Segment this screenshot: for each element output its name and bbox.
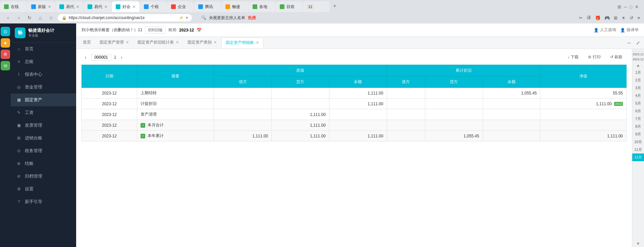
search-icon: 🔍 [201, 15, 206, 20]
browser-tab-online[interactable]: 在线 [0, 1, 27, 12]
sidebar-item-purchase-sales[interactable]: ⊞ 进销台账 [11, 132, 76, 144]
weibo-icon[interactable]: 微 [1, 50, 10, 59]
app-container: G ★ 微 ✉ 畅 畅捷通好会计 专业版 ⌂ 首页 ≡ 总账 ⌇ 报表中心 [0, 23, 644, 247]
tab-close-depreciation[interactable]: ✕ [176, 40, 179, 45]
close-browser-icon[interactable]: ✕ [635, 4, 639, 9]
browser-tab-qiye[interactable]: 企业 [167, 1, 194, 12]
tab-close-category[interactable]: ✕ [214, 40, 217, 45]
grid-icon[interactable]: ⊞ [614, 15, 618, 20]
download-button[interactable]: ↓ 下载 [565, 53, 581, 61]
tab-depreciation-stats[interactable]: 固定资产折旧统计表 ✕ [133, 38, 183, 48]
tab-close-icon[interactable]: ✕ [48, 5, 51, 9]
next-page-button[interactable]: › [119, 54, 124, 61]
tab-home[interactable]: 首页 [79, 38, 95, 48]
month-8[interactable]: 8月 [632, 123, 644, 130]
scroll-down-button[interactable]: ▼ [632, 240, 644, 247]
switch-version-button[interactable]: 切到旧版 [145, 26, 166, 34]
row2-accum-debit [387, 99, 425, 109]
month-7[interactable]: 7月 [632, 115, 644, 123]
browser-tab-yidai1[interactable]: 易代 ✕ [55, 1, 83, 12]
browser-tab-yidai2[interactable]: 易代 ✕ [84, 1, 111, 12]
sidebar-item-closing[interactable]: ⊛ 结账 [11, 157, 76, 170]
month-4[interactable]: 4月 [632, 92, 644, 100]
bookmark-button[interactable]: ☆ [47, 14, 55, 22]
expand-tab-icon[interactable]: ⤢ [635, 40, 641, 46]
month-2[interactable]: 2月 [632, 76, 644, 84]
browser-tab-gedi[interactable]: 各地 [249, 1, 275, 12]
month-11[interactable]: 11月 [632, 146, 644, 153]
sidebar-item-invoice[interactable]: ▣ 发票管理 [11, 119, 76, 132]
row2-orig-balance: 1,111.00 [329, 99, 387, 109]
tab-close-icon[interactable]: ✕ [132, 5, 136, 9]
month-6[interactable]: 6月 [632, 107, 644, 115]
sidebar-item-fixed-assets[interactable]: ▦ 固定资产 [11, 94, 76, 106]
wallet-icon[interactable]: 🎁 [595, 15, 600, 20]
prev-page-button[interactable]: ‹ [83, 54, 89, 61]
browser-tab-haohui[interactable]: 好会 ✕ [112, 1, 140, 12]
browser-tab-muqian[interactable]: 目前 [276, 1, 303, 12]
star-icon[interactable]: ★ [1, 38, 10, 48]
sidebar-item-guide[interactable]: ? 新手引导 [11, 195, 76, 208]
row2-accum-credit [425, 99, 483, 109]
page-number-input[interactable] [91, 54, 111, 61]
month-10[interactable]: 10月 [632, 138, 644, 146]
tab-asset-category[interactable]: 固定资产类别 ✕ [183, 38, 221, 48]
dropdown-icon[interactable]: ▾ [186, 15, 188, 20]
month-12[interactable]: 12月 [632, 153, 644, 161]
reload-button[interactable]: ↻ [25, 14, 34, 22]
tab-close-ledger[interactable]: ✕ [256, 41, 259, 45]
tab-menu-icon[interactable]: ⊞ [618, 4, 621, 9]
minimize-icon[interactable]: ─ [624, 4, 627, 9]
calendar-icon[interactable]: 📅 [197, 28, 202, 33]
tab-close-icon[interactable]: ✕ [76, 5, 79, 9]
browser-tab-changjie[interactable]: 畅捷 [221, 1, 248, 12]
back-button[interactable]: ‹ [4, 14, 12, 22]
new-tab-button[interactable]: + [330, 1, 339, 11]
browser-tab-tengxun[interactable]: 腾讯 [194, 1, 221, 12]
th-accumulated-dep: 累计折旧 [387, 65, 540, 76]
sidebar-item-reports-label: 报表中心 [25, 71, 42, 77]
browser-tab-count[interactable]: 11 [303, 1, 330, 12]
row2-summary-text: 计提折旧 [141, 101, 157, 106]
print-button[interactable]: ⊜ 打印 [585, 53, 603, 61]
translate-icon[interactable]: 译 [587, 15, 591, 21]
browser-tab-new[interactable]: 新版 ✕ [27, 1, 55, 12]
search-area: 🔍 央视更新主持人名单 热搜 [195, 15, 576, 21]
month-9[interactable]: 9月 [632, 130, 644, 138]
scroll-up-button[interactable]: ▲ [632, 62, 644, 69]
brightness-icon[interactable]: ☀ [622, 15, 626, 20]
ledger-icon: ≡ [16, 59, 21, 64]
menu-icon[interactable]: ≡ [637, 15, 640, 20]
sidebar-item-settings[interactable]: ⚙ 设置 [11, 183, 76, 195]
month-5[interactable]: 5月 [632, 100, 644, 107]
tab-asset-ledger[interactable]: 固定资产明细账 ✕ [221, 38, 263, 48]
browser-tab-geshui[interactable]: 个税 [140, 1, 167, 12]
forward-button[interactable]: › [15, 14, 23, 22]
user-profile-button[interactable]: 👤 徐译华 [620, 27, 639, 33]
maximize-icon[interactable]: □ [630, 4, 632, 9]
sidebar-item-fund[interactable]: ◎ 资金管理 [11, 81, 76, 94]
logo-icon[interactable]: G [1, 27, 10, 36]
month-1[interactable]: 1月 [632, 69, 644, 76]
sidebar-item-home[interactable]: ⌂ 首页 [11, 43, 76, 55]
tab-fixed-asset-mgmt[interactable]: 固定资产管理 ✕ [96, 38, 133, 48]
sidebar-item-general-ledger[interactable]: ≡ 总账 [11, 55, 76, 68]
sidebar-item-payroll[interactable]: ✎ 工资 [11, 106, 76, 119]
guide-icon: ? [16, 199, 21, 204]
customer-service-button[interactable]: 👤 人工咨询 [594, 27, 616, 33]
tab-close-icon[interactable]: ✕ [104, 5, 107, 9]
scissors-icon[interactable]: ✂ [579, 15, 583, 20]
sidebar-item-reports[interactable]: ⌇ 报表中心 [11, 68, 76, 81]
mail-icon[interactable]: ✉ [1, 61, 10, 70]
sidebar-item-tax[interactable]: ⊙ 税务管理 [11, 144, 76, 157]
sidebar-item-archive[interactable]: ⊘ 归档管理 [11, 170, 76, 183]
address-input[interactable]: 🔒 https://cloud.chanjet.com/accounting/u… [58, 14, 192, 21]
tab-close-fixed-asset-mgmt[interactable]: ✕ [126, 40, 129, 45]
undo-icon[interactable]: ↺ [630, 15, 633, 20]
refresh-button[interactable]: ↺ 刷新 [607, 53, 625, 61]
row5-icon: + [141, 134, 145, 138]
game-icon[interactable]: 🎮 [604, 15, 610, 20]
month-3[interactable]: 3月 [632, 84, 644, 92]
home-button[interactable]: ⌂ [36, 14, 44, 22]
minimize-tab-icon[interactable]: ─ [626, 40, 632, 46]
